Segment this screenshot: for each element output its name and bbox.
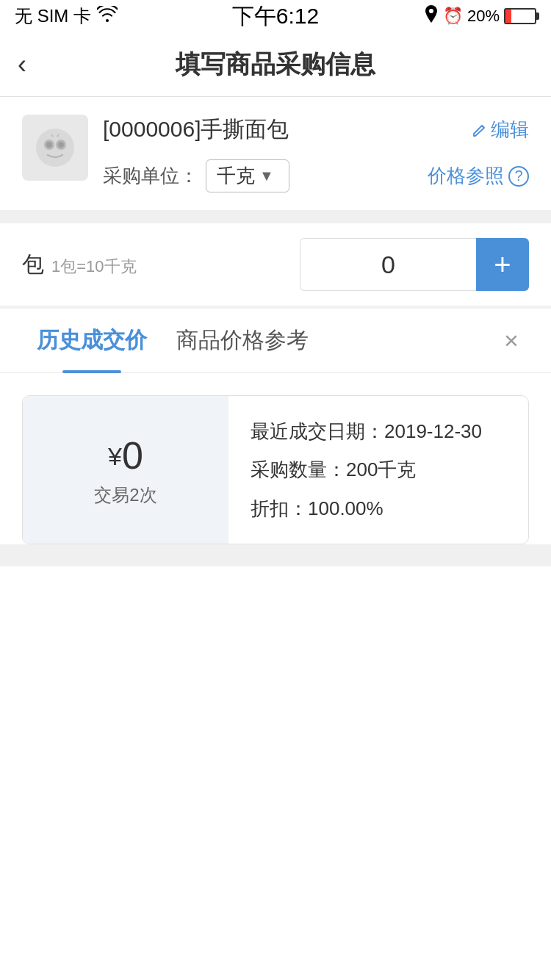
status-time: 下午6:12 — [232, 1, 319, 32]
history-detail-qty: 采购数量：200千克 — [251, 456, 506, 483]
product-unit-row: 采购单位： 千克 ▼ 价格参照 ? — [103, 159, 529, 192]
plus-icon: + — [494, 250, 511, 279]
history-detail-date: 最近成交日期：2019-12-30 — [251, 418, 506, 444]
quantity-row: 包 1包=10千克 0 + — [0, 223, 551, 306]
location-icon — [424, 5, 439, 27]
nav-bar: ‹ 填写商品采购信息 — [0, 32, 551, 97]
status-bar: 无 SIM 卡 下午6:12 ⏰ 20% — [0, 0, 551, 32]
status-left: 无 SIM 卡 — [15, 4, 118, 28]
tabs-section: 历史成交价 商品价格参考 × ¥0 交易2次 最近成交日期：2019-12-30… — [0, 309, 551, 544]
svg-point-0 — [429, 9, 433, 13]
price-value: 0 — [122, 434, 143, 477]
tab-product-price-ref[interactable]: 商品价格参考 — [162, 309, 323, 373]
history-detail-discount: 折扣：100.00% — [251, 495, 506, 522]
main-content — [0, 566, 551, 980]
edit-button[interactable]: 编辑 — [472, 117, 529, 143]
quantity-conversion-label: 1包=10千克 — [51, 256, 137, 278]
quantity-unit-label: 包 — [22, 250, 44, 280]
carrier-text: 无 SIM 卡 — [15, 4, 91, 28]
tab-history-price[interactable]: 历史成交价 — [22, 309, 162, 373]
product-logo-icon — [33, 126, 77, 170]
price-ref-button[interactable]: 价格参照 ? — [428, 163, 529, 189]
svg-point-1 — [36, 129, 74, 167]
unit-select[interactable]: 千克 ▼ — [206, 159, 289, 192]
quantity-plus-button[interactable]: + — [476, 238, 529, 291]
quantity-label-group: 包 1包=10千克 — [22, 250, 137, 280]
history-card: ¥0 交易2次 最近成交日期：2019-12-30 采购数量：200千克 折扣：… — [22, 395, 529, 544]
history-trades: 交易2次 — [94, 483, 156, 507]
tab-close-button[interactable]: × — [494, 323, 529, 359]
edit-icon — [472, 122, 488, 138]
product-logo — [22, 115, 88, 181]
status-right: ⏰ 20% — [424, 5, 536, 27]
tabs-header: 历史成交价 商品价格参考 × — [0, 309, 551, 373]
history-card-right: 最近成交日期：2019-12-30 采购数量：200千克 折扣：100.00% — [228, 396, 528, 544]
product-header: [0000006]手撕面包 编辑 — [103, 115, 529, 145]
quantity-input-group: 0 + — [300, 238, 529, 291]
product-section: [0000006]手撕面包 编辑 采购单位： 千克 ▼ 价格参照 — [0, 97, 551, 210]
price-ref-help-icon: ? — [508, 166, 529, 187]
svg-point-5 — [58, 142, 64, 148]
unit-label: 采购单位： — [103, 163, 198, 189]
unit-dropdown-arrow: ▼ — [259, 167, 274, 184]
unit-value: 千克 — [217, 163, 255, 189]
product-info: [0000006]手撕面包 编辑 采购单位： 千克 ▼ 价格参照 — [103, 115, 529, 192]
currency-symbol: ¥ — [108, 433, 122, 471]
tab-history-label: 历史成交价 — [37, 325, 147, 356]
quantity-value: 0 — [381, 251, 395, 279]
battery-icon — [504, 8, 536, 24]
tab-active-underline — [62, 370, 121, 373]
battery-text: 20% — [467, 7, 500, 26]
product-name: [0000006]手撕面包 — [103, 115, 289, 145]
alarm-icon: ⏰ — [443, 7, 463, 26]
section-divider — [0, 210, 551, 223]
tab-product-price-label: 商品价格参考 — [176, 325, 309, 356]
tabs-list: 历史成交价 商品价格参考 — [22, 309, 323, 373]
history-card-left: ¥0 交易2次 — [23, 396, 228, 544]
svg-point-4 — [46, 142, 52, 148]
price-ref-label: 价格参照 — [428, 163, 504, 189]
unit-selector-group: 采购单位： 千克 ▼ — [103, 159, 289, 192]
history-price: ¥0 — [108, 433, 143, 478]
page-title: 填写商品采购信息 — [176, 48, 375, 82]
wifi-icon — [97, 6, 118, 26]
quantity-input[interactable]: 0 — [300, 238, 476, 291]
back-button[interactable]: ‹ — [18, 49, 26, 80]
